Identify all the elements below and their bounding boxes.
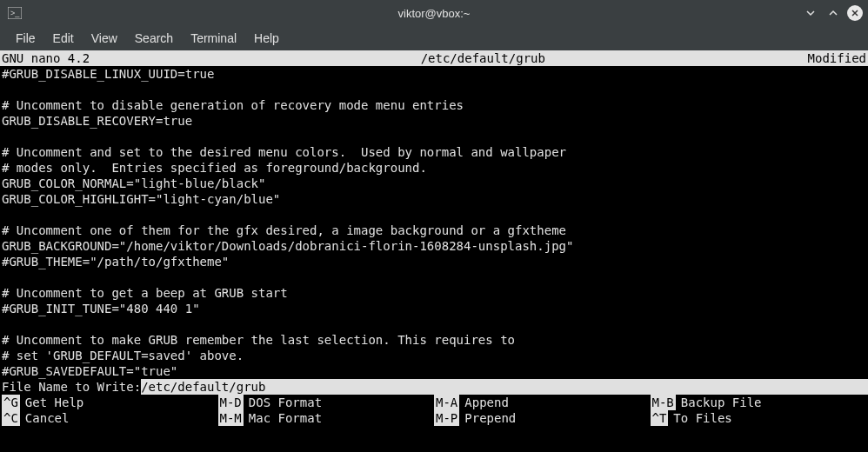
menu-help[interactable]: Help: [247, 30, 286, 47]
window-title: viktor@vbox:~: [398, 7, 471, 20]
menu-terminal[interactable]: Terminal: [184, 30, 244, 47]
terminal-icon: >_: [7, 6, 23, 20]
shortcut-label: Append: [464, 395, 509, 410]
nano-filename: /etc/default/grub: [158, 50, 808, 66]
menu-search[interactable]: Search: [128, 30, 180, 47]
window-controls: [802, 4, 863, 22]
shortcut-row: ^CCancelM-MMac FormatM-PPrepend^TTo File…: [2, 410, 866, 426]
prompt-label: File Name to Write:: [0, 379, 141, 395]
shortcut-key: M-B: [651, 395, 676, 410]
shortcut-row: ^GGet HelpM-DDOS FormatM-AAppendM-BBacku…: [2, 395, 866, 410]
svg-text:>_: >_: [10, 9, 20, 17]
shortcut-item[interactable]: ^GGet Help: [2, 395, 218, 410]
minimize-button[interactable]: [802, 4, 819, 22]
shortcut-label: Cancel: [25, 410, 70, 426]
shortcut-label: Backup File: [681, 395, 762, 410]
shortcut-label: Mac Format: [249, 410, 322, 426]
shortcut-key: ^C: [2, 410, 20, 426]
shortcut-item[interactable]: M-MMac Format: [218, 410, 435, 426]
shortcut-item[interactable]: M-DDOS Format: [218, 395, 435, 410]
shortcut-label: DOS Format: [249, 395, 322, 410]
menu-file[interactable]: File: [9, 30, 43, 47]
shortcut-key: M-P: [434, 410, 459, 426]
nano-header: GNU nano 4.2 /etc/default/grub Modified: [0, 50, 868, 66]
titlebar: >_ viktor@vbox:~: [0, 0, 868, 26]
maximize-button[interactable]: [825, 4, 842, 22]
shortcut-label: To Files: [673, 410, 731, 426]
editor-content[interactable]: #GRUB_DISABLE_LINUX_UUID=true # Uncommen…: [0, 66, 868, 379]
shortcut-item[interactable]: M-AAppend: [434, 395, 651, 410]
shortcut-key: M-A: [434, 395, 459, 410]
shortcut-label: Get Help: [25, 395, 83, 410]
shortcut-item[interactable]: ^CCancel: [2, 410, 218, 426]
close-button[interactable]: [847, 5, 863, 21]
shortcuts-bar: ^GGet HelpM-DDOS FormatM-AAppendM-BBacku…: [0, 395, 868, 426]
menu-view[interactable]: View: [84, 30, 124, 47]
shortcut-key: M-M: [218, 410, 244, 426]
terminal-area[interactable]: GNU nano 4.2 /etc/default/grub Modified …: [0, 50, 868, 452]
write-prompt: File Name to Write:: [0, 379, 868, 395]
shortcut-label: Prepend: [464, 410, 516, 426]
menubar: File Edit View Search Terminal Help: [0, 26, 868, 50]
nano-version: GNU nano 4.2: [2, 50, 158, 66]
close-icon: [851, 9, 859, 17]
shortcut-key: M-D: [218, 395, 244, 410]
shortcut-item[interactable]: M-PPrepend: [434, 410, 651, 426]
shortcut-key: ^T: [651, 410, 669, 426]
nano-modified: Modified: [808, 50, 866, 66]
filename-input[interactable]: [141, 380, 868, 394]
menu-edit[interactable]: Edit: [46, 30, 81, 47]
shortcut-item[interactable]: M-BBackup File: [651, 395, 867, 410]
chevron-down-icon: [805, 8, 816, 18]
chevron-up-icon: [828, 8, 838, 18]
shortcut-key: ^G: [2, 395, 20, 410]
shortcut-item[interactable]: ^TTo Files: [651, 410, 867, 426]
